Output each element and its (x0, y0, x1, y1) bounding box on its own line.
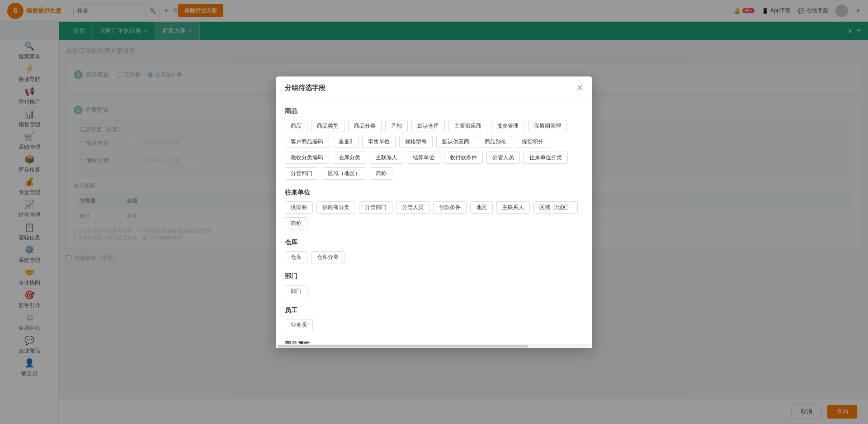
product-attr-section: 商品属性 属性 颜色 多规格 尺码 鞋码 1 (285, 340, 583, 344)
dialog-header: 分组待选字段 ✕ (276, 76, 592, 100)
dialog-close-icon[interactable]: ✕ (576, 84, 583, 92)
tag-settlement-unit[interactable]: 结算单位 (407, 152, 440, 164)
staff-tags: 业务员 (285, 319, 583, 331)
tag-dept[interactable]: 分管部门 (285, 167, 318, 180)
product-section: 商品 商品 商品类型 商品分类 产地 默认仓库 主要供应商 批次管理 保质期管理… (285, 107, 583, 180)
tag-unit-category[interactable]: 往来单位分类 (524, 152, 568, 164)
tag-warehouse-category[interactable]: 仓库分类 (333, 152, 366, 164)
tag-payment-cond[interactable]: 付款条件 (433, 201, 467, 214)
tag-department[interactable]: 部门 (285, 285, 307, 297)
tag-weight3[interactable]: 重量3 (333, 136, 359, 148)
tag-product[interactable]: 商品 (285, 120, 307, 132)
tag-retail-unit[interactable]: 零售单位 (362, 136, 396, 148)
hscroll-thumb (278, 345, 528, 348)
tag-warehouse[interactable]: 仓库 (285, 251, 307, 263)
tag-main-contact-2[interactable]: 主联系人 (496, 201, 530, 214)
tag-expiry-mgmt[interactable]: 保质期管理 (528, 120, 567, 132)
product-attr-section-title: 商品属性 (285, 340, 583, 344)
tag-spec-type[interactable]: 规格型号 (399, 136, 433, 148)
dialog-title: 分组待选字段 (285, 84, 326, 92)
department-section: 部门 部门 (285, 272, 583, 297)
tag-tax-code[interactable]: 税收分类编码 (285, 152, 329, 164)
field-select-dialog: 分组待选字段 ✕ 商品 商品 商品类型 商品分类 产地 默认仓库 主要供应商 批… (276, 76, 592, 348)
staff-section-title: 员工 (285, 306, 583, 314)
dialog-overlay: 分组待选字段 ✕ 商品 商品 商品类型 商品分类 产地 默认仓库 主要供应商 批… (0, 0, 868, 424)
tag-staff[interactable]: 业务员 (285, 319, 313, 331)
product-tags: 商品 商品类型 商品分类 产地 默认仓库 主要供应商 批次管理 保质期管理 客户… (285, 120, 583, 180)
department-section-title: 部门 (285, 272, 583, 281)
tag-main-supplier[interactable]: 主要供应商 (448, 120, 487, 132)
tag-product-alias[interactable]: 商品别名 (479, 136, 512, 148)
tag-warehouse-cat[interactable]: 仓库分类 (311, 251, 344, 263)
staff-section: 员工 业务员 (285, 306, 583, 331)
tag-default-warehouse[interactable]: 默认仓库 (411, 120, 445, 132)
tag-origin[interactable]: 产地 (385, 120, 408, 132)
tag-shortname[interactable]: 简称 (370, 167, 392, 180)
tag-region-2[interactable]: 区域（地区） (533, 201, 578, 214)
tag-supervise-person[interactable]: 分管人员 (396, 201, 429, 214)
product-section-title: 商品 (285, 107, 583, 115)
tag-product-category[interactable]: 商品分类 (348, 120, 382, 132)
counterpart-section-title: 往来单位 (285, 189, 583, 197)
tag-region[interactable]: 区域（地区） (322, 167, 366, 180)
tag-payment-terms[interactable]: 收付款条件 (444, 152, 483, 164)
tag-product-type[interactable]: 商品类型 (311, 120, 344, 132)
tag-main-contact[interactable]: 主联系人 (370, 152, 403, 164)
counterpart-tags: 供应商 供应商分类 分管部门 分管人员 付款条件 地区 主联系人 区域（地区） … (285, 201, 583, 229)
department-tags: 部门 (285, 285, 583, 297)
tag-default-supplier[interactable]: 默认供应商 (436, 136, 475, 148)
tag-supervise-dept[interactable]: 分管部门 (359, 201, 392, 214)
counterpart-section: 往来单位 供应商 供应商分类 分管部门 分管人员 付款条件 地区 主联系人 区域… (285, 189, 583, 229)
tag-pick-points[interactable]: 拣货积分 (516, 136, 549, 148)
tag-supplier-cat[interactable]: 供应商分类 (316, 201, 355, 214)
warehouse-tags: 仓库 仓库分类 (285, 251, 583, 263)
warehouse-section-title: 仓库 (285, 238, 583, 247)
tag-supervisor[interactable]: 分管人员 (486, 152, 520, 164)
tag-abbr[interactable]: 简称 (285, 217, 307, 229)
tag-batch-mgmt[interactable]: 批次管理 (491, 120, 524, 132)
warehouse-section: 仓库 仓库 仓库分类 (285, 238, 583, 263)
tag-supplier[interactable]: 供应商 (285, 201, 313, 214)
tag-area[interactable]: 地区 (470, 201, 493, 214)
tag-cust-code[interactable]: 客户商品编码 (285, 136, 329, 148)
dialog-body[interactable]: 商品 商品 商品类型 商品分类 产地 默认仓库 主要供应商 批次管理 保质期管理… (276, 100, 592, 344)
dialog-hscrollbar[interactable] (276, 344, 592, 348)
